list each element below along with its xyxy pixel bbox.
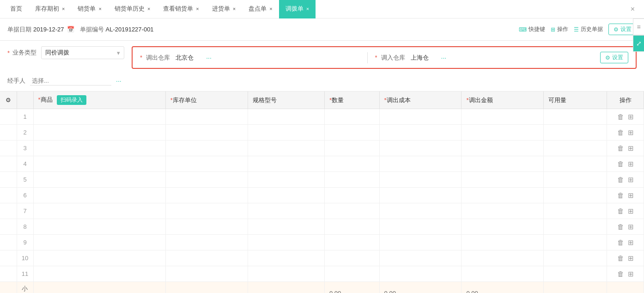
- wh-in-more-button[interactable]: ···: [441, 54, 447, 61]
- row-spec-1[interactable]: [248, 109, 324, 125]
- delete-icon-8[interactable]: 🗑: [617, 223, 624, 231]
- tab-inventory-init-close[interactable]: ×: [62, 6, 65, 12]
- row-spec-10[interactable]: [248, 250, 324, 266]
- wh-out-more-button[interactable]: ···: [206, 54, 212, 61]
- delete-icon-11[interactable]: 🗑: [617, 270, 624, 278]
- row-qty-1[interactable]: [324, 109, 379, 125]
- tab-transfer[interactable]: 调拨单 ×: [279, 0, 316, 18]
- tab-sales-order-close[interactable]: ×: [98, 6, 101, 12]
- row-available-1[interactable]: [544, 109, 607, 125]
- copy-icon-9[interactable]: ⊞: [628, 238, 634, 247]
- row-available-11[interactable]: [544, 266, 607, 282]
- row-product-4[interactable]: [33, 156, 165, 172]
- row-amount-8[interactable]: [462, 219, 544, 235]
- copy-icon-11[interactable]: ⊞: [628, 270, 634, 278]
- row-available-3[interactable]: [544, 140, 607, 156]
- row-amount-6[interactable]: [462, 188, 544, 203]
- row-unit-7[interactable]: [165, 203, 248, 219]
- row-available-5[interactable]: [544, 172, 607, 188]
- row-unit-4[interactable]: [165, 156, 248, 172]
- row-unit-1[interactable]: [165, 109, 248, 125]
- calendar-icon[interactable]: 📅: [67, 26, 74, 33]
- row-qty-9[interactable]: [324, 235, 379, 250]
- row-available-8[interactable]: [544, 219, 607, 235]
- row-amount-10[interactable]: [462, 250, 544, 266]
- row-spec-4[interactable]: [248, 156, 324, 172]
- close-all-button[interactable]: ×: [625, 0, 640, 18]
- row-spec-6[interactable]: [248, 188, 324, 203]
- row-qty-11[interactable]: [324, 266, 379, 282]
- row-qty-8[interactable]: [324, 219, 379, 235]
- row-product-10[interactable]: [33, 250, 165, 266]
- row-spec-8[interactable]: [248, 219, 324, 235]
- row-amount-11[interactable]: [462, 266, 544, 282]
- tab-view-sales[interactable]: 查看销货单 ×: [157, 0, 205, 18]
- row-product-1[interactable]: [33, 109, 165, 125]
- row-cost-1[interactable]: [379, 109, 462, 125]
- delete-icon-10[interactable]: 🗑: [617, 254, 624, 262]
- row-amount-7[interactable]: [462, 203, 544, 219]
- delete-icon-6[interactable]: 🗑: [617, 191, 624, 199]
- row-qty-6[interactable]: [324, 188, 379, 203]
- delete-icon-4[interactable]: 🗑: [617, 160, 624, 168]
- row-spec-7[interactable]: [248, 203, 324, 219]
- delete-icon-5[interactable]: 🗑: [617, 176, 624, 183]
- row-cost-10[interactable]: [379, 250, 462, 266]
- sidebar-list-icon[interactable]: ≡: [633, 18, 644, 35]
- copy-icon-10[interactable]: ⊞: [628, 254, 634, 262]
- row-qty-4[interactable]: [324, 156, 379, 172]
- copy-icon-6[interactable]: ⊞: [628, 191, 634, 200]
- operations-button[interactable]: ⊞ 操作: [551, 25, 568, 33]
- row-available-2[interactable]: [544, 125, 607, 140]
- row-product-5[interactable]: [33, 172, 165, 188]
- row-amount-1[interactable]: [462, 109, 544, 125]
- row-product-11[interactable]: [33, 266, 165, 282]
- row-unit-9[interactable]: [165, 235, 248, 250]
- row-available-9[interactable]: [544, 235, 607, 250]
- copy-icon-2[interactable]: ⊞: [628, 128, 634, 137]
- handler-input[interactable]: [30, 76, 111, 85]
- tab-sales-order[interactable]: 销货单 ×: [71, 0, 108, 18]
- row-spec-3[interactable]: [248, 140, 324, 156]
- scan-button[interactable]: 扫码录入: [57, 95, 86, 105]
- settings-button[interactable]: ⚙ 设置: [608, 24, 637, 35]
- th-gear[interactable]: ⚙: [0, 92, 17, 109]
- tab-sales-history-close[interactable]: ×: [147, 6, 150, 12]
- row-qty-5[interactable]: [324, 172, 379, 188]
- copy-icon-3[interactable]: ⊞: [628, 144, 634, 153]
- row-spec-2[interactable]: [248, 125, 324, 140]
- row-cost-6[interactable]: [379, 188, 462, 203]
- row-available-10[interactable]: [544, 250, 607, 266]
- row-unit-6[interactable]: [165, 188, 248, 203]
- sidebar-expand-icon[interactable]: ⤢: [633, 35, 644, 52]
- row-unit-2[interactable]: [165, 125, 248, 140]
- delete-icon-3[interactable]: 🗑: [617, 144, 624, 152]
- delete-icon-1[interactable]: 🗑: [617, 113, 624, 121]
- row-amount-3[interactable]: [462, 140, 544, 156]
- row-unit-3[interactable]: [165, 140, 248, 156]
- shortcuts-button[interactable]: ⌨ 快捷键: [519, 25, 545, 33]
- row-unit-5[interactable]: [165, 172, 248, 188]
- row-unit-8[interactable]: [165, 219, 248, 235]
- delete-icon-7[interactable]: 🗑: [617, 207, 624, 215]
- row-spec-11[interactable]: [248, 266, 324, 282]
- delete-icon-2[interactable]: 🗑: [617, 128, 624, 136]
- warehouse-settings-button[interactable]: ⚙ 设置: [600, 52, 628, 63]
- copy-icon-5[interactable]: ⊞: [628, 176, 634, 184]
- row-unit-11[interactable]: [165, 266, 248, 282]
- copy-icon-1[interactable]: ⊞: [628, 113, 634, 121]
- copy-icon-7[interactable]: ⊞: [628, 207, 634, 215]
- tab-stocktake-close[interactable]: ×: [269, 6, 272, 12]
- row-product-9[interactable]: [33, 235, 165, 250]
- row-cost-11[interactable]: [379, 266, 462, 282]
- tab-transfer-close[interactable]: ×: [306, 6, 309, 12]
- row-product-3[interactable]: [33, 140, 165, 156]
- row-cost-8[interactable]: [379, 219, 462, 235]
- row-product-6[interactable]: [33, 188, 165, 203]
- row-qty-7[interactable]: [324, 203, 379, 219]
- row-qty-10[interactable]: [324, 250, 379, 266]
- row-amount-4[interactable]: [462, 156, 544, 172]
- row-spec-5[interactable]: [248, 172, 324, 188]
- row-product-7[interactable]: [33, 203, 165, 219]
- row-available-4[interactable]: [544, 156, 607, 172]
